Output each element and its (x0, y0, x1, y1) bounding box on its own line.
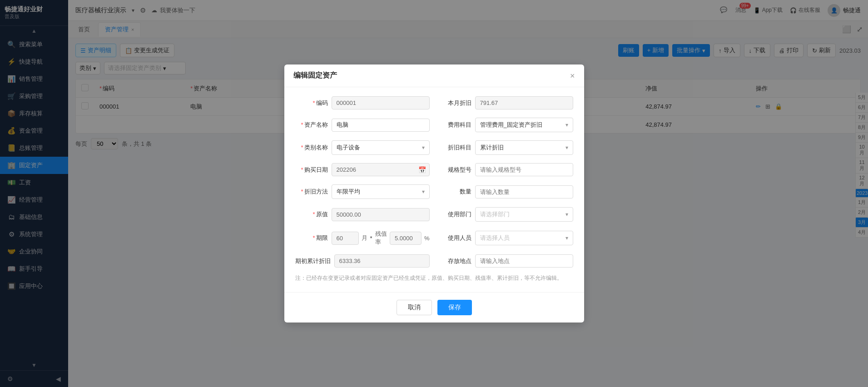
location-input[interactable] (475, 254, 573, 268)
user-label: 使用人员 (439, 234, 471, 242)
expense-subject-select[interactable]: 管理费用_固定资产折旧 ▾ (475, 118, 573, 132)
calendar-icon[interactable]: 📅 (418, 166, 426, 174)
dep-subject-arrow: ▾ (565, 144, 568, 151)
category-arrow: ▾ (422, 144, 425, 151)
cancel-button[interactable]: 取消 (397, 300, 432, 315)
form-item-dep-method: *折旧方法 年限平均 ▾ (295, 184, 430, 199)
form-item-purchase-date: *购买日期 📅 (295, 163, 430, 176)
original-label: *原值 (295, 210, 328, 218)
residual-unit: % (424, 235, 430, 242)
name-input[interactable] (332, 119, 430, 132)
modal-header: 编辑固定资产 × (284, 64, 584, 87)
modal-body: *编码 本月折旧 *资产名称 (284, 87, 584, 292)
dep-method-arrow: ▾ (422, 189, 425, 195)
form-item-init-dep: 期初累计折旧 (295, 254, 430, 268)
code-label: *编码 (295, 99, 328, 107)
dep-method-label: *折旧方法 (295, 188, 328, 196)
residual-req: * (370, 235, 372, 242)
category-select[interactable]: 电子设备 ▾ (332, 140, 430, 155)
category-label: *类别名称 (295, 144, 328, 152)
form-item-dep-subject: 折旧科目 累计折旧 ▾ (439, 140, 573, 155)
form-item-category: *类别名称 电子设备 ▾ (295, 140, 430, 155)
dep-method-value: 年限平均 (337, 188, 360, 196)
dep-method-select[interactable]: 年限平均 ▾ (332, 184, 430, 199)
modal-close-btn[interactable]: × (570, 72, 575, 80)
user-select[interactable]: 请选择人员 ▾ (475, 231, 573, 245)
dept-select[interactable]: 请选择部门 ▾ (475, 207, 573, 222)
user-arrow: ▾ (565, 235, 568, 241)
purchase-date-input[interactable] (332, 163, 430, 176)
location-label: 存放地点 (439, 257, 471, 265)
quantity-input[interactable] (475, 185, 573, 198)
modal-note: 注：已经存在变更记录或者对应固定资产已经生成凭证，原值、购买日期、残值率、累计折… (295, 274, 573, 283)
spec-label: 规格型号 (439, 166, 471, 174)
modal-title: 编辑固定资产 (293, 71, 337, 80)
modal-footer: 取消 保存 (284, 292, 584, 322)
residual-input[interactable] (390, 232, 422, 245)
form-item-period: *期限 月 * 残值率 % (295, 230, 430, 246)
form-item-expense-subject: 费用科目 管理费用_固定资产折旧 ▾ (439, 118, 573, 132)
period-input[interactable] (332, 232, 359, 245)
form-item-quantity: 数量 (439, 184, 573, 199)
form-item-location: 存放地点 (439, 254, 573, 268)
form-item-user: 使用人员 请选择人员 ▾ (439, 230, 573, 246)
modal-form: *编码 本月折旧 *资产名称 (295, 96, 573, 268)
residual-label: 残值率 (375, 230, 387, 246)
purchase-date-wrap: 📅 (332, 163, 430, 176)
category-value: 电子设备 (337, 144, 360, 152)
form-item-name: *资产名称 (295, 118, 430, 132)
form-item-dept: 使用部门 请选择部门 ▾ (439, 207, 573, 222)
quantity-label: 数量 (439, 188, 471, 196)
modal-overlay: 编辑固定资产 × *编码 本月折旧 (0, 0, 868, 387)
dept-label: 使用部门 (439, 210, 471, 218)
dept-placeholder: 请选择部门 (480, 210, 510, 218)
form-item-spec: 规格型号 (439, 163, 573, 176)
init-dep-input (334, 254, 430, 268)
form-item-code: *编码 (295, 96, 430, 109)
expense-subject-value: 管理费用_固定资产折旧 (480, 121, 542, 129)
dep-subject-value: 累计折旧 (480, 144, 504, 152)
period-label: *期限 (295, 234, 328, 242)
purchase-date-label: *购买日期 (295, 166, 328, 174)
init-dep-label: 期初累计折旧 (295, 257, 331, 265)
spec-input[interactable] (475, 163, 573, 176)
user-placeholder: 请选择人员 (480, 234, 510, 242)
name-label: *资产名称 (295, 121, 328, 129)
form-item-original: *原值 (295, 207, 430, 222)
code-input[interactable] (332, 96, 430, 109)
period-residual-wrap: 月 * 残值率 % (332, 230, 430, 246)
month-dep-label: 本月折旧 (439, 99, 471, 107)
expense-subject-label: 费用科目 (439, 121, 471, 129)
dep-subject-select[interactable]: 累计折旧 ▾ (475, 140, 573, 155)
month-dep-input (475, 96, 573, 109)
dep-subject-label: 折旧科目 (439, 144, 471, 152)
period-unit: 月 (362, 234, 367, 242)
dept-arrow: ▾ (565, 211, 568, 218)
edit-asset-modal: 编辑固定资产 × *编码 本月折旧 (284, 64, 584, 322)
save-button[interactable]: 保存 (437, 300, 472, 315)
expense-subject-arrow: ▾ (565, 122, 568, 128)
form-item-month-dep: 本月折旧 (439, 96, 573, 109)
original-input[interactable] (332, 208, 430, 221)
